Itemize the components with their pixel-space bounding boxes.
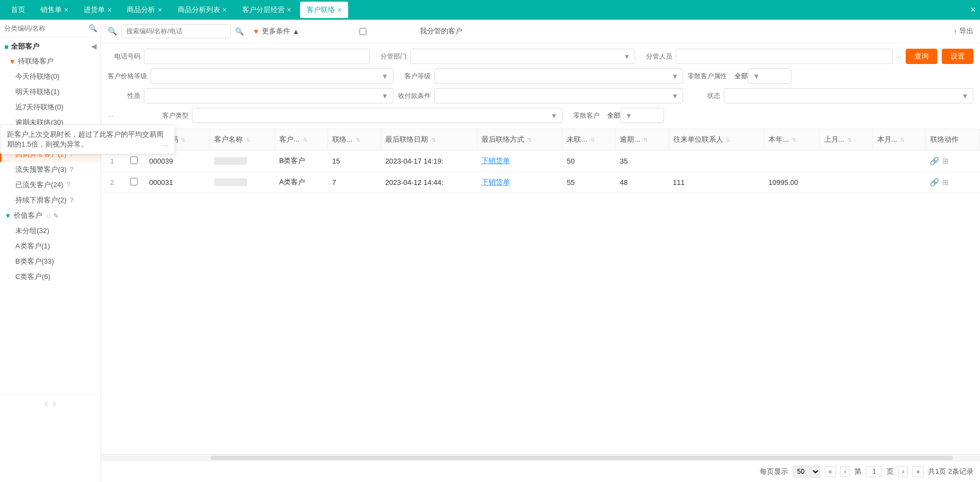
settings-button[interactable]: 设置 xyxy=(942,49,973,64)
col-contacts-sort[interactable]: ⇅ xyxy=(726,137,730,143)
horizontal-scrollbar[interactable] xyxy=(101,454,980,461)
my-customer-checkbox-area[interactable]: 我分管的客户 xyxy=(308,26,462,36)
nav-home[interactable]: 首页 xyxy=(4,2,32,18)
scatter-attr-select[interactable]: ▼ xyxy=(748,68,791,84)
col-this-month-sort[interactable]: ⇅ xyxy=(900,137,905,143)
nav-customer-tier[interactable]: 客户分层经营 × xyxy=(236,2,298,18)
extra-dots[interactable]: ··· xyxy=(108,112,114,120)
col-year-sort[interactable]: ⇅ xyxy=(792,137,796,143)
col-date-sort[interactable]: ⇅ xyxy=(431,137,436,143)
manager-input[interactable] xyxy=(676,49,893,64)
pending-group-arrow: ▼ xyxy=(9,57,16,66)
sidebar-search-input[interactable] xyxy=(4,25,86,32)
col-contact-count[interactable]: 联络... ⇅ xyxy=(328,129,381,150)
next-page-btn[interactable]: › xyxy=(898,466,908,477)
col-last-contact-date[interactable]: 最后联络日期 ⇅ xyxy=(381,129,477,150)
per-page-select[interactable]: 50 100 200 xyxy=(793,466,820,478)
nav-product-analysis[interactable]: 商品分析 × xyxy=(120,2,168,18)
value-group-edit[interactable]: ○ xyxy=(46,212,51,220)
row1-select[interactable] xyxy=(130,156,138,164)
col-name-sort[interactable]: ⇅ xyxy=(246,137,250,143)
row1-last-method[interactable]: 下销货单 xyxy=(477,150,562,172)
nav-customer-tier-label: 客户分层经营 xyxy=(242,5,285,15)
col-uncontacted-sort[interactable]: ⇅ xyxy=(590,137,595,143)
nav-purchase[interactable]: 进货单 × xyxy=(77,2,118,18)
pending-group[interactable]: ▼ 待联络客户 xyxy=(0,54,101,69)
payment-select[interactable]: ▼ xyxy=(434,88,684,103)
col-year-amount[interactable]: 本年... ⇅ xyxy=(764,129,819,150)
col-name[interactable]: 客户名称 ⇅ xyxy=(210,129,275,150)
col-contacts[interactable]: 往来单位联系人 ⇅ xyxy=(668,129,764,150)
scatter-customer-select[interactable]: ▼ xyxy=(620,108,664,123)
nav-sales[interactable]: 销售单 × xyxy=(34,2,75,18)
search-btn[interactable]: 🔍 xyxy=(235,27,244,36)
first-page-btn[interactable]: « xyxy=(825,466,836,477)
col-method-sort[interactable]: ⇅ xyxy=(527,137,532,143)
col-uncontacted[interactable]: 未联... ⇅ xyxy=(562,129,615,150)
col-overdue[interactable]: 逾期... ⇅ xyxy=(615,129,668,150)
nature-select[interactable]: ▼ xyxy=(144,88,394,103)
col-contact-sort[interactable]: ⇅ xyxy=(356,137,360,143)
sidebar-c-class[interactable]: C类客户(6) xyxy=(0,269,101,284)
row2-link-icon[interactable]: 🔗 xyxy=(930,178,939,187)
row1-actions: 🔗 ⊞ xyxy=(925,150,979,172)
nav-product-analysis-close[interactable]: × xyxy=(157,5,162,14)
row1-link-icon[interactable]: 🔗 xyxy=(930,156,939,165)
status-select[interactable]: ▼ xyxy=(724,88,973,103)
lost-pre-help-icon[interactable]: ? xyxy=(69,165,73,173)
window-close-button[interactable]: × xyxy=(971,5,976,15)
sidebar-ungrouped[interactable]: 未分组(32) xyxy=(0,223,101,239)
sidebar-lost-pre[interactable]: 流失预警客户(3) ? xyxy=(0,162,101,177)
sidebar-declining[interactable]: 持续下滑客户(2) ? xyxy=(0,193,101,208)
sidebar-tomorrow-pending[interactable]: 明天待联络(1) xyxy=(0,84,101,100)
col-overdue-sort[interactable]: ⇅ xyxy=(643,137,648,143)
nav-purchase-close[interactable]: × xyxy=(107,5,112,14)
lost-actual-help-icon[interactable]: ? xyxy=(66,181,70,189)
sidebar-today-pending[interactable]: 今天待联络(0) xyxy=(0,69,101,84)
search-input[interactable] xyxy=(121,24,231,38)
nav-customer-tier-close[interactable]: × xyxy=(287,5,291,14)
declining-help-icon[interactable]: ? xyxy=(69,196,73,204)
col-level-sort[interactable]: ⇅ xyxy=(303,137,307,143)
row1-grid-icon[interactable]: ⊞ xyxy=(942,156,949,165)
row1-year xyxy=(764,150,819,172)
last-page-btn[interactable]: » xyxy=(912,466,924,477)
customer-level-select[interactable]: ▼ xyxy=(434,68,684,84)
row1-method-link[interactable]: 下销货单 xyxy=(482,156,510,165)
row2-select[interactable] xyxy=(130,178,138,185)
sidebar-scroll-right[interactable]: › xyxy=(52,397,56,409)
col-code-sort[interactable]: ⇅ xyxy=(181,137,185,143)
dept-select[interactable]: ▼ xyxy=(410,49,636,64)
nav-customer-contact[interactable]: 客户联络 × xyxy=(300,2,348,18)
more-conditions-btn[interactable]: ▼ 更多条件 ▲ xyxy=(248,24,304,38)
my-customer-checkbox[interactable] xyxy=(308,28,418,35)
sidebar-7day-pending[interactable]: 近7天待联络(0) xyxy=(0,100,101,115)
query-button[interactable]: 查询 xyxy=(906,49,937,64)
nav-product-list-close[interactable]: × xyxy=(222,5,227,14)
scrollbar-track[interactable] xyxy=(210,456,953,460)
phone-input[interactable] xyxy=(144,49,369,64)
row2-method-link[interactable]: 下销货单 xyxy=(482,178,510,186)
col-last-contact-method[interactable]: 最后联络方式 ⇅ xyxy=(477,129,562,150)
sidebar-b-class[interactable]: B类客户(33) xyxy=(0,254,101,269)
prev-page-btn[interactable]: ‹ xyxy=(840,466,850,477)
value-group-add[interactable]: ✎ xyxy=(53,212,59,220)
nav-customer-contact-close[interactable]: × xyxy=(337,5,342,14)
col-last-month-sort[interactable]: ⇅ xyxy=(847,137,852,143)
col-this-month[interactable]: 本月... ⇅ xyxy=(872,129,925,150)
row2-last-method[interactable]: 下销货单 xyxy=(477,172,562,193)
sidebar-scroll-left[interactable]: ‹ xyxy=(44,397,48,409)
col-customer-level[interactable]: 客户... ⇅ xyxy=(275,129,328,150)
customer-type-select[interactable]: ▼ xyxy=(192,108,562,123)
price-level-select[interactable]: ▼ xyxy=(150,68,394,84)
manager-dots[interactable]: ··· xyxy=(895,53,901,61)
sidebar-lost-actual[interactable]: 已流失客户(24) ? xyxy=(0,177,101,193)
sidebar-search-icon[interactable]: 🔍 xyxy=(89,24,97,32)
nav-product-analysis-list[interactable]: 商品分析列表 × xyxy=(171,2,233,18)
row2-grid-icon[interactable]: ⊞ xyxy=(942,178,949,187)
sidebar-a-class[interactable]: A类客户(1) xyxy=(0,239,101,254)
nav-sales-close[interactable]: × xyxy=(64,5,68,14)
collapse-btn[interactable]: ◀ xyxy=(91,43,96,50)
export-btn[interactable]: ↑ 导出 xyxy=(954,26,974,36)
col-last-month[interactable]: 上月... ⇅ xyxy=(819,129,872,150)
